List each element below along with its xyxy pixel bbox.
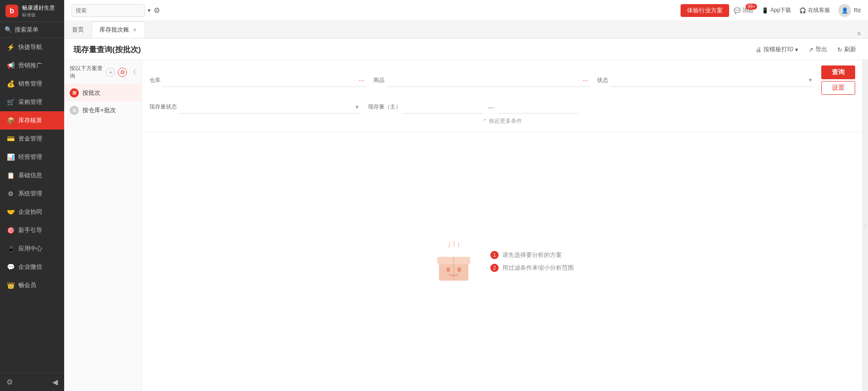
status-input[interactable] — [612, 74, 809, 87]
search-icon: 🔍 — [5, 26, 12, 33]
member-icon: 👑 — [6, 281, 15, 289]
sidebar-item-system[interactable]: ⚙ 系统管理 — [0, 185, 64, 203]
filter-status: 状态 ▾ — [597, 74, 814, 87]
sidebar-item-marketing[interactable]: 📢 营销推广 — [0, 56, 64, 75]
product-input[interactable] — [388, 74, 583, 87]
sidebar-item-finance[interactable]: 💳 资金管理 — [0, 130, 64, 148]
topbar-app-download-btn[interactable]: 📱 App下载 — [762, 6, 791, 14]
plan-icon-warehouse: ① — [70, 106, 79, 115]
query-action-area: 查询 设置 — [821, 65, 855, 95]
filter-product: 商品 ··· — [374, 74, 590, 87]
refresh-btn[interactable]: ↻ 刷新 — [835, 44, 859, 55]
sales-icon: 💰 — [6, 80, 15, 88]
sidebar-item-inventory[interactable]: 📦 库存核算 — [0, 111, 64, 130]
app-brand: 畅康通好生意 标准版 — [22, 5, 55, 18]
tab-home[interactable]: 首页 — [64, 22, 92, 38]
tab-inventory-batch[interactable]: 库存批次账 × — [92, 22, 145, 38]
plan-item-by-warehouse-batch[interactable]: ① 按仓库+批次 — [64, 102, 142, 119]
stock-status-dropdown-icon[interactable]: ▾ — [356, 103, 359, 110]
warehouse-input-wrap: ··· — [162, 74, 366, 87]
topbar-user-area[interactable]: 👤 Rit — [838, 4, 861, 17]
right-collapse-handle[interactable]: › — [863, 60, 868, 391]
svg-point-4 — [457, 267, 461, 272]
inventory-icon: 📦 — [6, 116, 15, 125]
sidebar-item-purchase[interactable]: 🛒 采购管理 — [0, 93, 64, 111]
settings-btn[interactable]: 设置 — [821, 81, 855, 95]
sidebar-item-wechat[interactable]: 💬 企业微信 — [0, 258, 64, 276]
sidebar-search[interactable]: 🔍 搜索菜单 — [0, 22, 64, 38]
topbar-gear-btn[interactable]: ⚙ — [154, 6, 160, 15]
sidebar-item-quick-nav[interactable]: ⚡ 快捷导航 — [0, 38, 64, 56]
collapse-icon: ⌃ — [483, 118, 487, 125]
topbar: ▾ ⚙ 体验行业方案 💬 消息 99+ 📱 App下载 🎧 在线客服 👤 — [64, 0, 868, 21]
sidebar-nav: ⚡ 快捷导航 📢 营销推广 💰 销售管理 🛒 采购管理 📦 库存核算 💳 资金管… — [0, 38, 64, 373]
topbar-search-area: ▾ ⚙ — [71, 4, 676, 17]
sidebar-item-guide[interactable]: 🎯 新手引导 — [0, 221, 64, 239]
stock-amount-from-input[interactable] — [405, 100, 481, 113]
tab-close-btn[interactable]: × — [132, 27, 137, 33]
sidebar-item-basic[interactable]: 📋 基础信息 — [0, 166, 64, 185]
sidebar-footer: ⚙ ◀ — [0, 373, 64, 391]
sidebar: b 畅康通好生意 标准版 🔍 搜索菜单 ⚡ 快捷导航 📢 营销推广 💰 销售管理… — [0, 0, 64, 391]
print-template-btn[interactable]: 🖨 按模板打印 ▾ — [753, 44, 801, 55]
tab-bar: 首页 库存批次账 × × — [64, 21, 868, 38]
empty-state-content: 1 请先选择要分析的方案 2 用过滤条件来缩小分析范围 — [431, 239, 574, 284]
page-body: 按以下方案查询 ＋ ⚙ 《 按 按批次 ① 按仓库+批次 — [64, 60, 868, 391]
wechat-icon: 💬 — [6, 263, 15, 271]
product-more-btn[interactable]: ··· — [583, 76, 588, 84]
sidebar-item-enterprise[interactable]: 🤝 企业协同 — [0, 203, 64, 221]
topbar-experience-btn[interactable]: 体验行业方案 — [681, 4, 729, 17]
empty-illustration-svg — [431, 239, 477, 284]
query-btn[interactable]: 查询 — [821, 65, 855, 79]
refresh-icon: ↻ — [837, 46, 842, 53]
plan-item-by-batch[interactable]: 按 按批次 — [64, 84, 142, 102]
page-title: 现存量查询(按批次) — [73, 44, 141, 55]
warehouse-input[interactable] — [164, 74, 359, 87]
sidebar-item-member[interactable]: 👑 畅会员 — [0, 276, 64, 294]
collapse-more-btn[interactable]: ⌃ 收起更多条件 — [149, 115, 855, 129]
stock-status-input[interactable] — [181, 100, 356, 113]
export-btn[interactable]: ↗ 导出 — [806, 44, 830, 55]
panel-collapse-btn[interactable]: 《 — [130, 68, 136, 76]
sidebar-item-sales[interactable]: 💰 销售管理 — [0, 75, 64, 93]
svg-point-3 — [446, 267, 450, 272]
product-input-wrap: ··· — [386, 74, 590, 87]
stock-amount-to-wrap — [499, 100, 579, 114]
topbar-dropdown-btn[interactable]: ▾ — [148, 7, 151, 14]
sidebar-item-operations[interactable]: 📊 经营管理 — [0, 148, 64, 166]
plan-settings-btn[interactable]: ⚙ — [118, 68, 127, 77]
topbar-search-input[interactable] — [71, 4, 145, 17]
empty-hint-2: 2 用过滤条件来缩小分析范围 — [490, 264, 574, 272]
filter-row-2: 现存量状态 ▾ 现存量（主） — — [149, 100, 855, 114]
sidebar-settings-btn[interactable]: ⚙ — [6, 378, 13, 386]
empty-hints: 1 请先选择要分析的方案 2 用过滤条件来缩小分析范围 — [490, 251, 574, 272]
purchase-icon: 🛒 — [6, 98, 15, 106]
headset-icon: 🎧 — [799, 7, 806, 14]
warehouse-more-btn[interactable]: ··· — [359, 76, 364, 84]
page-header: 现存量查询(按批次) 🖨 按模板打印 ▾ ↗ 导出 ↻ 刷新 — [64, 38, 868, 60]
filter-row-1: 仓库 ··· 商品 ··· — [149, 65, 855, 95]
topbar-messages-btn[interactable]: 💬 消息 99+ — [734, 6, 753, 14]
add-plan-btn[interactable]: ＋ — [106, 68, 115, 77]
status-dropdown-icon[interactable]: ▾ — [809, 76, 812, 83]
main-close-btn[interactable]: × — [855, 30, 863, 38]
sidebar-collapse-btn[interactable]: ◀ — [52, 378, 58, 386]
filter-stock-amount: 现存量（主） — — [368, 100, 579, 114]
filter-area: 仓库 ··· 商品 ··· — [142, 60, 863, 132]
empty-hint-1: 1 请先选择要分析的方案 — [490, 251, 574, 259]
topbar-right: 💬 消息 99+ 📱 App下载 🎧 在线客服 👤 Rit — [734, 4, 861, 17]
system-icon: ⚙ — [6, 190, 15, 198]
stock-amount-to-input[interactable] — [500, 100, 577, 113]
avatar-icon: 👤 — [841, 7, 848, 14]
enterprise-icon: 🤝 — [6, 208, 15, 216]
hint-num-2: 2 — [490, 264, 499, 272]
sidebar-item-apps[interactable]: 📱 应用中心 — [0, 239, 64, 258]
finance-icon: 💳 — [6, 135, 15, 143]
app-logo: b — [5, 5, 18, 17]
stock-status-select-wrap: ▾ — [179, 100, 361, 114]
export-icon: ↗ — [808, 46, 813, 53]
topbar-online-service-btn[interactable]: 🎧 在线客服 — [799, 6, 830, 14]
apps-icon: 📱 — [6, 244, 15, 253]
username-label: Rit — [854, 7, 861, 14]
printer-icon: 🖨 — [756, 46, 762, 53]
